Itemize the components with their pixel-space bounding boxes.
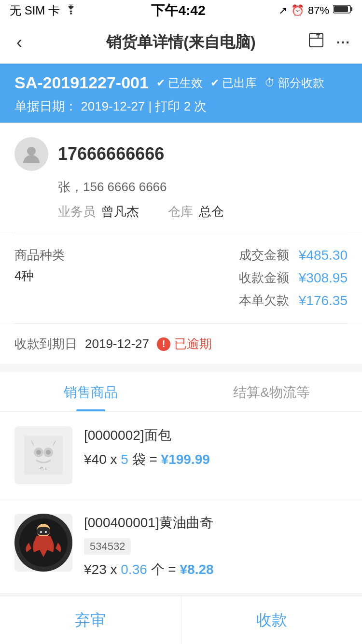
type-value: 4种 bbox=[14, 267, 65, 284]
list-item: 鱼+ [0000002]面包 ¥40 x 5 袋 = ¥199.99 bbox=[0, 412, 362, 499]
product-name-1: [0000002]面包 bbox=[84, 426, 348, 445]
svg-point-11 bbox=[46, 450, 51, 455]
clock-icon: ⏱ bbox=[265, 77, 275, 89]
warehouse-value: 总仓 bbox=[199, 203, 224, 220]
status-right: ↗ ⏰ 87% bbox=[278, 4, 352, 17]
location-icon: ↗ bbox=[278, 4, 287, 17]
customer-id: 17666666666 bbox=[58, 144, 164, 164]
status-time: 下午4:42 bbox=[151, 1, 205, 20]
page-title: 销货单详情(来自电脑) bbox=[106, 32, 255, 53]
svg-point-0 bbox=[70, 13, 72, 14]
svg-point-6 bbox=[27, 147, 36, 155]
customer-detail: 张，156 6666 6666 bbox=[14, 179, 348, 196]
product-info-2: [000400001]黄油曲奇 534532 ¥23 x 0.36 个 = ¥8… bbox=[84, 514, 348, 579]
summary-section: 商品种类 4种 成交金额 ¥485.30 收款金额 ¥308.95 本单欠款 ¥… bbox=[0, 232, 362, 323]
check-icon-1: ✔ bbox=[156, 77, 165, 89]
wifi-icon bbox=[64, 4, 78, 17]
collect-payment-button[interactable]: 收款 bbox=[181, 596, 362, 644]
status-badge-shipped: ✔ 已出库 bbox=[210, 75, 257, 91]
warehouse-label: 仓库 bbox=[168, 203, 193, 220]
customer-section: 17666666666 张，156 6666 6666 业务员 曾凡杰 仓库 总… bbox=[0, 123, 362, 232]
product-qty-2: 0.36 bbox=[121, 562, 147, 577]
back-button[interactable]: ‹ bbox=[12, 28, 27, 57]
due-date-value: 2019-12-27 bbox=[85, 336, 149, 351]
product-thumbnail-1: 鱼+ bbox=[14, 426, 72, 484]
check-icon-2: ✔ bbox=[210, 77, 219, 89]
tab-sales[interactable]: 销售商品 bbox=[0, 372, 181, 411]
collected-label: 收款金额 bbox=[239, 269, 289, 286]
product-name-2: [000400001]黄油曲奇 bbox=[84, 514, 348, 532]
alarm-icon: ⏰ bbox=[291, 4, 304, 17]
status-badge-effective: ✔ 已生效 bbox=[156, 75, 203, 91]
salesperson-label: 业务员 bbox=[58, 203, 96, 220]
product-list: 鱼+ [0000002]面包 ¥40 x 5 袋 = ¥199.99 bbox=[0, 412, 362, 594]
svg-text:鱼+: 鱼+ bbox=[40, 466, 47, 472]
status-badge-partial: ⏱ 部分收款 bbox=[265, 75, 324, 91]
collected-value: ¥308.95 bbox=[299, 270, 348, 286]
nav-actions: ··· bbox=[307, 31, 350, 53]
battery-icon bbox=[333, 4, 352, 17]
overdue-icon: ! bbox=[157, 337, 170, 351]
product-total-2: ¥8.28 bbox=[180, 562, 213, 577]
cancel-review-button[interactable]: 弃审 bbox=[0, 596, 181, 644]
battery-level: 87% bbox=[308, 4, 329, 17]
status-bar: 无 SIM 卡 下午4:42 ↗ ⏰ 87% bbox=[0, 0, 362, 21]
svg-point-21 bbox=[45, 531, 47, 533]
product-price-1: ¥40 x 5 袋 = ¥199.99 bbox=[84, 450, 348, 469]
tab-bar: 销售商品 结算&物流等 bbox=[0, 372, 362, 412]
salesperson-value: 曾凡杰 bbox=[101, 203, 139, 220]
product-thumbnail-2 bbox=[14, 514, 72, 572]
share-button[interactable] bbox=[307, 31, 325, 53]
product-qty-1: 5 bbox=[121, 452, 128, 467]
svg-rect-17 bbox=[37, 527, 50, 535]
list-item: [000400001]黄油曲奇 534532 ¥23 x 0.36 个 = ¥8… bbox=[0, 499, 362, 594]
amount-label: 成交金额 bbox=[239, 247, 289, 264]
product-info-1: [0000002]面包 ¥40 x 5 袋 = ¥199.99 bbox=[84, 426, 348, 469]
amount-value: ¥485.30 bbox=[299, 248, 348, 263]
svg-rect-2 bbox=[350, 7, 352, 11]
type-label: 商品种类 bbox=[14, 247, 65, 264]
owed-label: 本单欠款 bbox=[239, 292, 289, 309]
order-date-info: 单据日期： 2019-12-27 | 打印 2 次 bbox=[14, 98, 348, 115]
owed-value: ¥176.35 bbox=[299, 293, 348, 308]
nav-bar: ‹ 销货单详情(来自电脑) ··· bbox=[0, 21, 362, 64]
customer-meta: 业务员 曾凡杰 仓库 总仓 bbox=[14, 203, 348, 220]
product-price-2: ¥23 x 0.36 个 = ¥8.28 bbox=[84, 560, 348, 579]
product-total-1: ¥199.99 bbox=[161, 452, 210, 467]
svg-rect-4 bbox=[309, 33, 323, 47]
order-header: SA-20191227-001 ✔ 已生效 ✔ 已出库 ⏱ 部分收款 单据日期：… bbox=[0, 64, 362, 123]
sim-status: 无 SIM 卡 bbox=[10, 3, 60, 18]
order-id: SA-20191227-001 bbox=[14, 73, 149, 92]
more-button[interactable]: ··· bbox=[336, 35, 350, 50]
overdue-text: 已逾期 bbox=[174, 336, 212, 352]
status-left: 无 SIM 卡 bbox=[10, 3, 78, 18]
avatar bbox=[14, 137, 48, 171]
svg-rect-3 bbox=[334, 6, 348, 12]
product-tag-2: 534532 bbox=[84, 538, 131, 555]
svg-point-20 bbox=[40, 531, 42, 533]
tab-settlement[interactable]: 结算&物流等 bbox=[181, 372, 362, 411]
overdue-badge: ! 已逾期 bbox=[157, 336, 212, 352]
due-label: 收款到期日 bbox=[14, 336, 77, 352]
bottom-bar: 弃审 收款 bbox=[0, 596, 362, 644]
due-date-section: 收款到期日 2019-12-27 ! 已逾期 bbox=[0, 324, 362, 364]
svg-point-10 bbox=[36, 450, 41, 455]
